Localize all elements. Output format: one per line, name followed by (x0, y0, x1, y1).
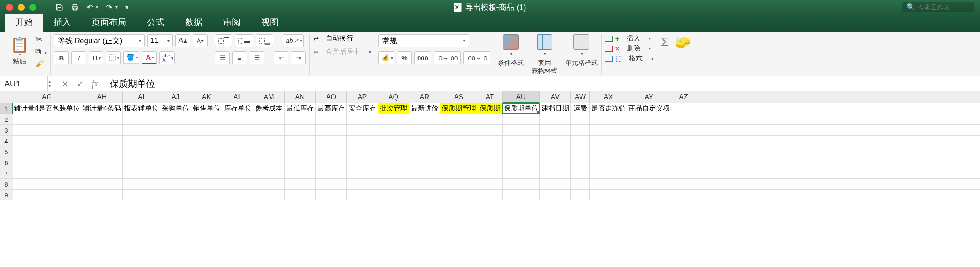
cell-AG2[interactable] (13, 114, 81, 124)
cell-AW5[interactable] (571, 146, 590, 157)
cell-AQ6[interactable] (378, 157, 409, 168)
cell-AP7[interactable] (347, 168, 378, 178)
cell-AG8[interactable] (13, 179, 81, 189)
increase-indent-button[interactable]: ⇥ (291, 51, 306, 64)
cell-AI5[interactable] (123, 146, 160, 157)
cell-AO3[interactable] (316, 125, 347, 135)
cell-AG3[interactable] (13, 125, 81, 135)
cell-AN8[interactable] (285, 179, 316, 189)
cell-AM9[interactable] (253, 190, 285, 200)
align-bottom-button[interactable]: ⬚▁ (256, 34, 273, 47)
undo-button[interactable]: ↶ ▾ (86, 3, 98, 12)
cell-AL6[interactable] (222, 157, 253, 168)
cancel-formula-icon[interactable]: ✕ (61, 79, 69, 89)
cell-AL4[interactable] (222, 136, 253, 146)
cell-AK1[interactable]: 销售单位 (191, 103, 222, 114)
font-color-button[interactable]: A▾ (142, 51, 157, 64)
tab-数据[interactable]: 数据 (175, 13, 213, 32)
cell-AR3[interactable] (409, 125, 440, 135)
cell-AV6[interactable] (540, 157, 571, 168)
cell-AW9[interactable] (571, 190, 590, 200)
cell-AK9[interactable] (191, 190, 222, 200)
format-cells-button[interactable]: ⬚ 格式 ▾ (605, 54, 653, 63)
cell-AJ6[interactable] (160, 157, 191, 168)
cell-AO9[interactable] (316, 190, 347, 200)
cell-AN2[interactable] (285, 114, 316, 124)
cell-AI7[interactable] (123, 168, 160, 178)
col-header-AK[interactable]: AK (191, 91, 222, 103)
decrease-indent-button[interactable]: ⇤ (274, 51, 288, 64)
cell-AW7[interactable] (571, 168, 590, 178)
underline-button[interactable]: U▾ (89, 51, 103, 64)
cell-AL3[interactable] (222, 125, 253, 135)
col-header-AG[interactable]: AG (13, 91, 81, 103)
cell-AQ3[interactable] (378, 125, 409, 135)
cell-AP5[interactable] (347, 146, 378, 157)
cell-AX6[interactable] (590, 157, 627, 168)
cell-AT2[interactable] (477, 114, 503, 124)
italic-button[interactable]: I (71, 51, 86, 64)
print-icon[interactable] (71, 3, 79, 11)
font-size-select[interactable]: 11▾ (147, 34, 173, 47)
cell-AQ5[interactable] (378, 146, 409, 157)
fx-icon[interactable]: fx (92, 79, 98, 89)
cell-AQ4[interactable] (378, 136, 409, 146)
cell-AT1[interactable]: 保质期 (477, 103, 503, 114)
cell-AG6[interactable] (13, 157, 81, 168)
save-icon[interactable] (55, 3, 63, 11)
cell-AU2[interactable] (503, 114, 540, 124)
col-header-AU[interactable]: AU (503, 91, 540, 103)
cell-AN7[interactable] (285, 168, 316, 178)
cell-AP1[interactable]: 安全库存 (347, 103, 378, 114)
cell-AM8[interactable] (253, 179, 285, 189)
maximize-window-icon[interactable] (29, 4, 36, 11)
cell-AH4[interactable] (81, 136, 123, 146)
cell-AT9[interactable] (477, 190, 503, 200)
cell-AR2[interactable] (409, 114, 440, 124)
row-header-4[interactable]: 4 (0, 136, 13, 146)
cell-AG9[interactable] (13, 190, 81, 200)
cell-AK8[interactable] (191, 179, 222, 189)
cell-AY6[interactable] (627, 157, 671, 168)
col-header-AL[interactable]: AL (222, 91, 253, 103)
cell-AZ8[interactable] (671, 179, 696, 189)
conditional-format-button[interactable]: ▾ 条件格式 (498, 34, 524, 67)
cell-AX3[interactable] (590, 125, 627, 135)
decrease-decimal-button[interactable]: .00→.0 (463, 51, 490, 64)
cell-AV9[interactable] (540, 190, 571, 200)
col-header-AH[interactable]: AH (81, 91, 123, 103)
spreadsheet-grid[interactable]: AGAHAIAJAKALAMANAOAPAQARASATAUAVAWAXAYAZ… (0, 91, 980, 200)
cell-AM1[interactable]: 参考成本 (253, 103, 285, 114)
qat-customize-icon[interactable]: ▾ (125, 4, 128, 11)
cell-AM3[interactable] (253, 125, 285, 135)
cell-AO5[interactable] (316, 146, 347, 157)
col-header-AX[interactable]: AX (590, 91, 627, 103)
cell-AL2[interactable] (222, 114, 253, 124)
cell-AX9[interactable] (590, 190, 627, 200)
clear-icon[interactable]: 🧽 (675, 34, 691, 49)
cell-AH9[interactable] (81, 190, 123, 200)
cell-AX5[interactable] (590, 146, 627, 157)
cell-AZ6[interactable] (671, 157, 696, 168)
paste-button[interactable]: 📋 ▾ 粘贴 (8, 37, 31, 66)
cell-AU4[interactable] (503, 136, 540, 146)
col-header-AR[interactable]: AR (409, 91, 440, 103)
cell-AV5[interactable] (540, 146, 571, 157)
cell-AX4[interactable] (590, 136, 627, 146)
cell-AY1[interactable]: 商品自定义项 (627, 103, 671, 114)
cell-AJ9[interactable] (160, 190, 191, 200)
percent-button[interactable]: % (397, 51, 412, 64)
cell-AI8[interactable] (123, 179, 160, 189)
cell-AI9[interactable] (123, 190, 160, 200)
phonetic-button[interactable]: abcA▾ (159, 51, 175, 64)
cell-AS1[interactable]: 保质期管理 (440, 103, 477, 114)
cell-AT5[interactable] (477, 146, 503, 157)
cell-AJ4[interactable] (160, 136, 191, 146)
cut-icon[interactable]: ✂ (35, 34, 47, 44)
cell-AT7[interactable] (477, 168, 503, 178)
format-painter-icon[interactable]: 🖌 (35, 59, 47, 69)
cell-AS9[interactable] (440, 190, 477, 200)
borders-button[interactable]: ▾ (106, 51, 121, 64)
cell-AW6[interactable] (571, 157, 590, 168)
cell-AL9[interactable] (222, 190, 253, 200)
